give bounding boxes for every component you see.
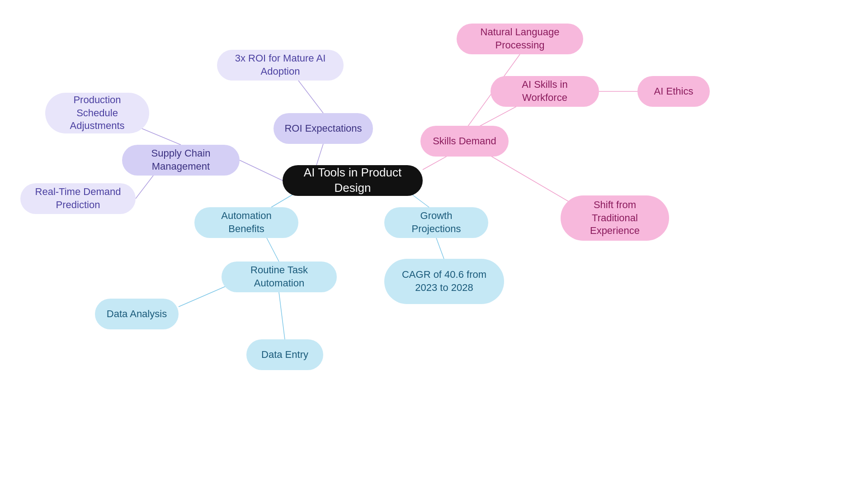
growth-projections-node: Growth Projections — [384, 207, 488, 238]
svg-line-3 — [316, 144, 323, 165]
svg-line-13 — [279, 292, 285, 339]
shift-traditional-node: Shift from Traditional Experience — [561, 195, 669, 241]
roi-mature-node: 3x ROI for Mature AI Adoption — [217, 50, 344, 81]
supply-chain-node: Supply Chain Management — [122, 145, 240, 176]
automation-benefits-node: Automation Benefits — [194, 207, 298, 238]
nlp-node: Natural Language Processing — [457, 24, 583, 54]
data-entry-node: Data Entry — [246, 339, 323, 370]
svg-line-4 — [298, 81, 323, 113]
roi-expectations-node: ROI Expectations — [274, 113, 373, 144]
data-analysis-node: Data Analysis — [95, 299, 179, 329]
skills-demand-node: Skills Demand — [420, 126, 509, 157]
ai-ethics-node: AI Ethics — [637, 76, 710, 107]
routine-task-node: Routine Task Automation — [222, 262, 337, 292]
svg-line-11 — [267, 238, 279, 262]
svg-line-15 — [436, 238, 444, 259]
center-node: AI Tools in Product Design — [283, 165, 423, 196]
ai-skills-node: AI Skills in Workforce — [491, 76, 599, 107]
svg-line-0 — [240, 160, 283, 181]
production-schedule-node: Production Schedule Adjustments — [45, 93, 149, 133]
cagr-node: CAGR of 40.6 from 2023 to 2028 — [384, 259, 504, 304]
real-time-demand-node: Real-Time Demand Prediction — [20, 183, 136, 214]
